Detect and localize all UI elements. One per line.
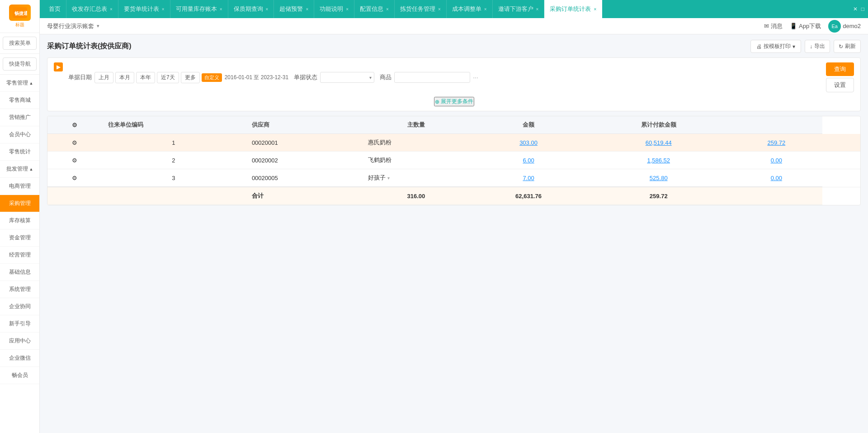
- page-content: 采购订单统计表(按供应商) 🖨 按模板打印 ▾ ↓ 导出 ↻ 刷新: [40, 34, 868, 433]
- tab-label-avail-inv: 可用量库存账本: [176, 5, 217, 13]
- search-button[interactable]: 查询: [826, 62, 854, 76]
- workspace-selector[interactable]: 母婴行业演示账套 ▾: [47, 22, 99, 30]
- sidebar-item-system[interactable]: 系统管理: [0, 281, 39, 298]
- sidebar-item-corp[interactable]: 企业协同: [0, 298, 39, 315]
- row-gear[interactable]: ⚙: [47, 134, 102, 152]
- this-month-btn[interactable]: 本月: [115, 72, 134, 83]
- row-supplier: 惠氏奶粉: [362, 134, 470, 152]
- app-download-icon: 📱: [790, 23, 797, 29]
- workspace-dropdown-icon: ▾: [97, 23, 99, 29]
- table-row[interactable]: ⚙ 2 00020002 飞鹤奶粉 6.00 1,586.52 0.00: [47, 152, 860, 169]
- maximize-window-button[interactable]: □: [861, 6, 864, 12]
- user-profile[interactable]: Ea demo2: [828, 20, 861, 33]
- sidebar-item-finance[interactable]: 资金管理: [0, 229, 39, 247]
- goods-input[interactable]: [394, 72, 470, 83]
- tab-home[interactable]: 首页: [43, 0, 66, 18]
- sidebar-item-wholesale[interactable]: 批发管理▲: [0, 161, 39, 178]
- tab-expiry[interactable]: 保质期查询×: [228, 0, 274, 18]
- close-window-button[interactable]: ✕: [853, 6, 858, 12]
- filter-toggle-button[interactable]: ▶: [54, 62, 63, 71]
- row-gear[interactable]: ⚙: [47, 169, 102, 187]
- arrow-icon: ▲: [29, 81, 33, 86]
- row-gear[interactable]: ⚙: [47, 152, 102, 169]
- app-download-button[interactable]: 📱 App下载: [790, 22, 821, 30]
- col-code: 往来单位编码: [102, 116, 245, 134]
- sidebar-item-wechat[interactable]: 企业微信: [0, 350, 39, 367]
- tab-close-func-desc[interactable]: ×: [346, 7, 349, 12]
- sidebar-item-ecom[interactable]: 电商管理: [0, 178, 39, 195]
- refresh-button[interactable]: ↻ 刷新: [834, 40, 861, 53]
- row-amount: 525.80: [587, 169, 731, 187]
- table-body: ⚙ 1 00020001 惠氏奶粉 303.00 60,519.44 259.7…: [47, 134, 860, 187]
- gear-icon[interactable]: ⚙: [72, 122, 77, 128]
- quick-nav-area[interactable]: 快捷导航: [0, 54, 39, 75]
- tab-close-order-stat[interactable]: ×: [162, 7, 165, 12]
- tab-close-pick-task[interactable]: ×: [438, 7, 441, 12]
- table-row[interactable]: ⚙ 3 00020005 好孩子 ▾ 7.00 525.80 0.00: [47, 169, 860, 187]
- sidebar-item-retail-stat[interactable]: 零售统计: [0, 143, 39, 161]
- tab-close-config[interactable]: ×: [386, 7, 389, 12]
- quick-nav-button[interactable]: 快捷导航: [3, 57, 37, 71]
- tab-label-invite-down: 邀请下游客户: [498, 5, 533, 13]
- tab-func-desc[interactable]: 功能说明×: [314, 0, 354, 18]
- tab-purchase-stat[interactable]: 采购订单统计表×: [544, 0, 602, 18]
- tab-config[interactable]: 配置信息×: [354, 0, 395, 18]
- sidebar-item-members[interactable]: 会员中心: [0, 126, 39, 143]
- sidebar: 畅捷通 标题 搜索英单 快捷导航 零售管理▲零售商城营销推广会员中心零售统计批发…: [0, 0, 40, 433]
- sidebar-item-basic[interactable]: 基础信息: [0, 264, 39, 281]
- tab-close-avail-inv[interactable]: ×: [220, 7, 222, 12]
- page-title: 采购订单统计表(按供应商): [47, 42, 132, 51]
- col-paid: 累计付款金额: [587, 116, 731, 134]
- print-button[interactable]: 🖨 按模板打印 ▾: [750, 40, 801, 53]
- expand-more-button[interactable]: ⊕ 展开更多条件: [434, 97, 474, 106]
- message-button[interactable]: ✉ 消息: [764, 22, 783, 30]
- sidebar-item-vip[interactable]: 畅会员: [0, 367, 39, 384]
- tab-recv-send[interactable]: 收发存汇总表×: [66, 0, 118, 18]
- summary-qty: 316.00: [362, 187, 470, 205]
- tab-close-overstock[interactable]: ×: [306, 7, 308, 12]
- tab-overstock[interactable]: 超储预警×: [274, 0, 314, 18]
- sidebar-item-appstore[interactable]: 应用中心: [0, 333, 39, 350]
- sidebar-item-marketing[interactable]: 营销推广: [0, 109, 39, 126]
- last-month-btn[interactable]: 上月: [94, 72, 113, 83]
- tab-close-cost-adj[interactable]: ×: [484, 7, 487, 12]
- filter-actions: 查询 设置: [826, 62, 854, 92]
- export-button[interactable]: ↓ 导出: [805, 40, 830, 53]
- tab-close-invite-down[interactable]: ×: [536, 7, 539, 12]
- sidebar-item-ops[interactable]: 经营管理: [0, 247, 39, 264]
- date-quick-buttons: 上月 本月 本年 近7天 更多 自定义: [94, 72, 222, 83]
- goods-more-icon[interactable]: ···: [473, 74, 478, 81]
- sidebar-item-purchase[interactable]: 采购管理: [0, 195, 39, 212]
- logo-text: 标题: [4, 22, 36, 28]
- search-menu-button[interactable]: 搜索英单: [3, 37, 37, 50]
- tab-label-config: 配置信息: [360, 5, 383, 13]
- last-7-days-btn[interactable]: 近7天: [157, 72, 179, 83]
- tab-pick-task[interactable]: 拣货任务管理×: [395, 0, 447, 18]
- tab-close-purchase-stat[interactable]: ×: [594, 7, 596, 12]
- tab-avail-inv[interactable]: 可用量库存账本×: [170, 0, 228, 18]
- refresh-icon: ↻: [839, 43, 843, 50]
- settings-button[interactable]: 设置: [826, 78, 854, 92]
- tab-order-stat[interactable]: 要货单统计表×: [118, 0, 170, 18]
- sidebar-item-retail[interactable]: 零售管理▲: [0, 75, 39, 92]
- search-area[interactable]: 搜索英单: [0, 33, 39, 54]
- tab-cost-adj[interactable]: 成本调整单×: [447, 0, 493, 18]
- sidebar-item-retail-mall[interactable]: 零售商城: [0, 92, 39, 109]
- sidebar-item-newbie[interactable]: 新手引导: [0, 315, 39, 333]
- tab-label-order-stat: 要货单统计表: [124, 5, 159, 13]
- status-select[interactable]: [320, 72, 374, 83]
- tab-close-expiry[interactable]: ×: [266, 7, 269, 12]
- more-date-btn[interactable]: 更多: [181, 72, 200, 83]
- tab-close-recv-send[interactable]: ×: [110, 7, 113, 12]
- sidebar-item-inventory[interactable]: 库存核算: [0, 212, 39, 229]
- tab-invite-down[interactable]: 邀请下游客户×: [493, 0, 545, 18]
- row-code: 00020002: [245, 152, 362, 169]
- logo-area: 畅捷通 标题: [0, 0, 39, 33]
- table-row[interactable]: ⚙ 1 00020001 惠氏奶粉 303.00 60,519.44 259.7…: [47, 134, 860, 152]
- this-year-btn[interactable]: 本年: [136, 72, 155, 83]
- sidebar-menu: 零售管理▲零售商城营销推广会员中心零售统计批发管理▲电商管理采购管理库存核算资金…: [0, 75, 39, 433]
- filter-panel: ▶ 单据日期 上月 本月 本年 近7天 更多 自定义: [47, 57, 861, 111]
- col-qty: 主数量: [362, 116, 470, 134]
- arrow-icon: ▲: [29, 167, 33, 171]
- workspace-name: 母婴行业演示账套: [47, 22, 94, 30]
